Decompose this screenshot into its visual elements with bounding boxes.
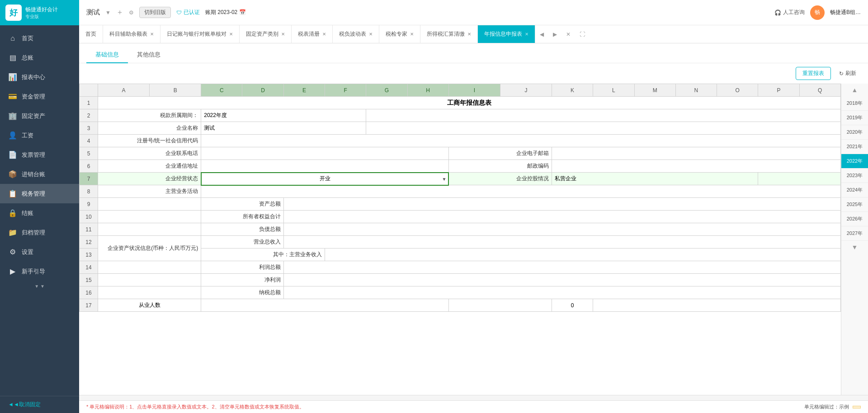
profit-total-value[interactable] (283, 261, 840, 274)
net-profit-value[interactable] (283, 274, 840, 286)
sidebar-item-fund[interactable]: 💳 资金管理 (0, 87, 79, 106)
subtab-basic[interactable]: 基础信息 (86, 47, 128, 63)
tab-aux[interactable]: 科目辅助余额表 ✕ (103, 25, 160, 43)
main-biz-value-cell[interactable] (201, 185, 841, 198)
tab-expand-btn[interactable]: ⛶ (575, 25, 590, 43)
holding-value-cell[interactable]: 私营企业 (552, 173, 758, 185)
sidebar-item-settings[interactable]: ⚙ 设置 (0, 242, 79, 262)
year-2025[interactable]: 2025年 (841, 197, 868, 212)
total-asset-value[interactable] (283, 198, 840, 211)
company-dropdown-icon[interactable]: ▼ (105, 9, 111, 16)
tab-annual[interactable]: 年报信息申报表 ✕ (478, 25, 535, 43)
debt-value[interactable] (283, 223, 840, 236)
sidebar-item-wage[interactable]: 👤 工资 (0, 126, 79, 145)
col-header-p[interactable]: P (758, 84, 799, 97)
col-header-k[interactable]: K (552, 84, 593, 97)
col-header-c[interactable]: C (201, 84, 242, 97)
reset-btn[interactable]: 重置报表 (796, 67, 831, 80)
col-header-n[interactable]: N (675, 84, 717, 97)
col-header-d[interactable]: D (242, 84, 283, 97)
col-header-f[interactable]: F (325, 84, 366, 97)
sidebar-item-tax[interactable]: 📋 税务管理 (0, 184, 79, 203)
year-2026[interactable]: 2026年 (841, 212, 868, 226)
sidebar-item-asset[interactable]: 🏢 固定资产 (0, 106, 79, 126)
tab-income-tax-close[interactable]: ✕ (467, 32, 471, 37)
spreadsheet-container[interactable]: A B C D E F G H I J K L M (79, 84, 841, 395)
h-scrollbar[interactable] (79, 395, 868, 400)
year-2021[interactable]: 2021年 (841, 140, 868, 154)
year-2019[interactable]: 2019年 (841, 111, 868, 125)
email-value-cell[interactable] (552, 147, 840, 160)
status-dropdown-cell[interactable]: 开业 ▼ (201, 173, 449, 185)
tab-aux-close[interactable]: ✕ (150, 32, 154, 37)
tab-home[interactable]: 首页 (79, 25, 103, 43)
col-header-h[interactable]: H (407, 84, 448, 97)
phone-value-cell[interactable] (201, 147, 449, 160)
tab-tax-expert-close[interactable]: ✕ (410, 32, 414, 37)
col-header-e[interactable]: E (283, 84, 325, 97)
col-header-l[interactable]: L (593, 84, 634, 97)
row11-empty (98, 223, 201, 236)
year-2027[interactable]: 2027年 (841, 226, 868, 241)
address-value-cell[interactable] (201, 160, 449, 173)
support-btn[interactable]: 🎧 人工咨询 (774, 9, 805, 16)
year-2022[interactable]: 2022年 (841, 154, 868, 169)
col-header-a[interactable]: A (98, 84, 150, 97)
year-panel-down[interactable]: ▼ (841, 241, 868, 253)
col-header-m[interactable]: M (634, 84, 675, 97)
sidebar-scroll-more[interactable]: ▼ ▼ (0, 281, 79, 291)
col-header-b[interactable]: B (150, 84, 201, 97)
oldver-btn[interactable]: 切到旧版 (139, 7, 171, 18)
col-header-i[interactable]: I (448, 84, 500, 97)
tab-journal-close[interactable]: ✕ (229, 32, 233, 37)
refresh-btn[interactable]: ↻ 刷新 (835, 67, 861, 80)
regnum-value-cell[interactable] (201, 135, 841, 147)
tab-tax-table-close[interactable]: ✕ (322, 32, 326, 37)
tab-tax-expert[interactable]: 税检专家 ✕ (379, 25, 420, 43)
revenue-total-value[interactable] (283, 236, 840, 249)
sidebar-item-home[interactable]: ⌂ 首页 (0, 29, 79, 48)
main-revenue-value[interactable] (325, 249, 841, 261)
col-header-q[interactable]: Q (799, 84, 840, 97)
tab-prev-btn[interactable]: ◀ (535, 25, 548, 43)
tab-tax-wave[interactable]: 税负波动表 ✕ (333, 25, 379, 43)
sidebar-item-guide[interactable]: ▶ 新手引导 (0, 262, 79, 281)
period-value-cell[interactable]: 2022年度 (201, 109, 366, 122)
company-value-cell[interactable]: 测试 (201, 122, 366, 135)
tab-next-btn[interactable]: ▶ (548, 25, 561, 43)
col-header-g[interactable]: G (366, 84, 407, 97)
subtab-other[interactable]: 其他信息 (128, 47, 170, 63)
year-2018[interactable]: 2018年 (841, 96, 868, 111)
sidebar-item-close[interactable]: 🔒 结账 (0, 203, 79, 223)
tab-income-tax[interactable]: 所得税汇算清缴 ✕ (420, 25, 478, 43)
tab-asset-type-close[interactable]: ✕ (281, 32, 285, 37)
tab-asset-type[interactable]: 固定资产类别 ✕ (240, 25, 292, 43)
tab-close-all-btn[interactable]: ✕ (561, 25, 575, 43)
col-header-o[interactable]: O (717, 84, 758, 97)
year-2024[interactable]: 2024年 (841, 183, 868, 197)
sidebar-pin-btn[interactable]: ◄◄取消固定 (0, 396, 79, 413)
add-btn[interactable]: ＋ (116, 8, 123, 17)
table-row: 17 从业人数 0 (80, 299, 841, 312)
statusbar: * 单元格编辑说明：1、点击单元格直接录入数值或文本。2、清空单元格数值或文本恢… (79, 400, 868, 413)
employee-count-cell[interactable]: 0 (552, 299, 593, 312)
year-panel-up[interactable]: ▲ (841, 84, 868, 96)
tab-tax-table[interactable]: 税表清册 ✕ (292, 25, 333, 43)
tab-tax-wave-close[interactable]: ✕ (369, 32, 373, 37)
sidebar-item-invoice[interactable]: 📄 发票管理 (0, 145, 79, 164)
tab-journal[interactable]: 日记账与银行对账单核对 ✕ (160, 25, 240, 43)
sidebar-item-ledger[interactable]: ▤ 总账 (0, 48, 79, 67)
tab-annual-close[interactable]: ✕ (525, 32, 528, 37)
sidebar-item-archive[interactable]: 📁 归档管理 (0, 223, 79, 242)
year-2020[interactable]: 2020年 (841, 125, 868, 140)
year-2023[interactable]: 2023年 (841, 169, 868, 183)
equity-value[interactable] (283, 211, 840, 223)
postcode-value-cell[interactable] (552, 160, 840, 173)
employee-value-cell[interactable] (201, 299, 449, 312)
settings-btn[interactable]: ⚙ (129, 9, 134, 16)
title-cell[interactable]: 工商年报信息表 (98, 97, 841, 109)
col-header-j[interactable]: J (500, 84, 552, 97)
tax-total-value[interactable] (283, 286, 840, 299)
sidebar-item-inout[interactable]: 📦 进销台账 (0, 164, 79, 184)
sidebar-item-report[interactable]: 📊 报表中心 (0, 67, 79, 87)
